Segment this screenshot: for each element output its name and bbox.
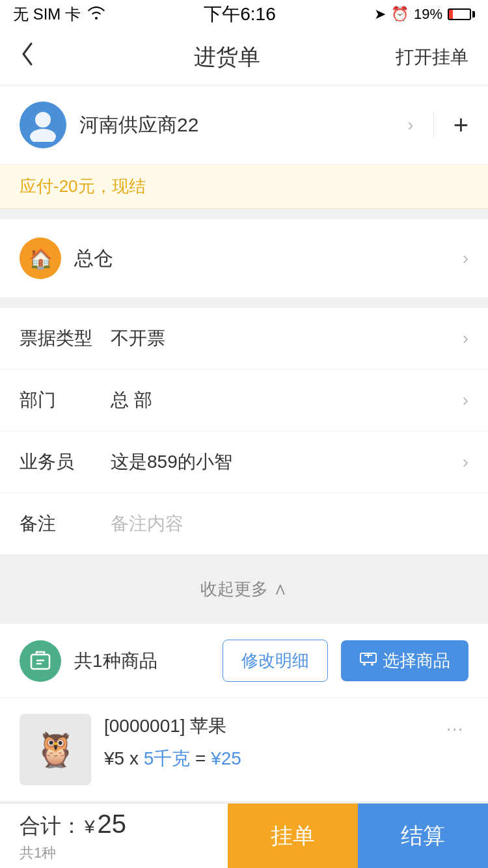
total-amount: 合计： ¥ 25: [20, 809, 208, 841]
products-icon: [20, 640, 61, 682]
equals-sign: =: [195, 748, 211, 768]
alarm-icon: ⏰: [391, 6, 409, 23]
remark-label: 备注: [20, 511, 98, 536]
warehouse-section[interactable]: 🏠 总仓 ›: [0, 219, 488, 297]
product-thumbnail: 🦉: [20, 714, 91, 785]
more-options-button[interactable]: ···: [441, 714, 468, 743]
multiply-sign: x: [129, 748, 144, 768]
status-right: ➤ ⏰ 19%: [374, 6, 475, 23]
battery-percent: 19%: [414, 6, 442, 23]
remark-row[interactable]: 备注 备注内容: [0, 493, 488, 554]
svg-point-0: [35, 112, 51, 128]
status-bar: 无 SIM 卡 下午6:16 ➤ ⏰ 19%: [0, 0, 488, 29]
status-time: 下午6:16: [204, 2, 276, 27]
salesperson-chevron-icon: ›: [463, 452, 468, 472]
wifi-icon: [87, 5, 105, 23]
svg-rect-2: [31, 655, 49, 669]
department-row[interactable]: 部门 总 部 ›: [0, 369, 488, 431]
footer: 合计： ¥ 25 共1种 挂单 结算: [0, 803, 488, 868]
svg-point-9: [371, 663, 373, 666]
page-title: 进货单: [194, 42, 260, 72]
svg-point-8: [363, 663, 366, 666]
owl-icon: 🦉: [34, 730, 77, 770]
supplier-avatar: [20, 102, 66, 148]
supplier-section: 河南供应商22 › + 应付-20元，现结: [0, 86, 488, 209]
products-header: 共1种商品 修改明细 选择商品: [0, 624, 488, 698]
salesperson-label: 业务员: [20, 450, 98, 474]
open-hang-button[interactable]: 打开挂单: [396, 45, 468, 70]
total-count: 共1种: [20, 843, 208, 863]
home-icon: 🏠: [29, 247, 53, 270]
hang-button[interactable]: 挂单: [228, 804, 358, 869]
nav-bar: 进货单 打开挂单: [0, 29, 488, 86]
warehouse-chevron-icon: ›: [463, 248, 468, 269]
product-info: [0000001] 苹果 ¥5 x 5千克 = ¥25: [104, 714, 427, 771]
cart-icon: [359, 651, 377, 671]
battery-icon: [448, 8, 475, 20]
product-title: 苹果: [190, 716, 226, 736]
salesperson-value: 这是859的小智: [98, 450, 463, 474]
supplier-chevron-icon: ›: [407, 115, 413, 135]
edit-detail-button[interactable]: 修改明细: [223, 640, 328, 682]
warehouse-name: 总仓: [74, 245, 463, 272]
carrier-text: 无 SIM 卡: [13, 4, 81, 25]
select-product-button[interactable]: 选择商品: [341, 640, 468, 681]
product-code: [0000001]: [104, 716, 185, 736]
main-content: 河南供应商22 › + 应付-20元，现结 🏠 总仓 › 票据类型 不开票 › …: [0, 86, 488, 868]
status-left: 无 SIM 卡: [13, 4, 105, 25]
settle-button[interactable]: 结算: [358, 804, 488, 869]
product-item: 🦉 [0000001] 苹果 ¥5 x 5千克 = ¥25 ···: [0, 698, 488, 801]
warehouse-row[interactable]: 🏠 总仓 ›: [0, 219, 488, 297]
remark-input[interactable]: 备注内容: [98, 511, 468, 536]
total-label: 合计：: [20, 812, 82, 841]
select-product-label: 选择商品: [383, 649, 450, 672]
department-value: 总 部: [98, 388, 463, 413]
quantity: 5千克: [144, 748, 191, 768]
ticket-type-label: 票据类型: [20, 326, 98, 351]
supplier-row[interactable]: 河南供应商22 › +: [0, 86, 488, 165]
svg-point-1: [30, 129, 56, 142]
total-number: 25: [98, 809, 127, 839]
product-price: ¥5 x 5千克 = ¥25: [104, 746, 427, 771]
warehouse-icon: 🏠: [20, 237, 61, 279]
products-count: 共1种商品: [74, 649, 210, 673]
department-chevron-icon: ›: [463, 390, 468, 411]
ticket-chevron-icon: ›: [463, 328, 468, 349]
location-icon: ➤: [374, 6, 386, 23]
total-currency: ¥: [85, 817, 95, 837]
collapse-button[interactable]: 收起更多 ∧: [0, 565, 488, 614]
products-section: 共1种商品 修改明细 选择商品 🦉: [0, 624, 488, 801]
total-info: 合计： ¥ 25 共1种: [0, 809, 228, 863]
ticket-type-value: 不开票: [98, 326, 463, 351]
unit-price: ¥5: [104, 748, 124, 768]
ticket-type-row[interactable]: 票据类型 不开票 ›: [0, 308, 488, 369]
back-button[interactable]: [20, 41, 59, 73]
salesperson-row[interactable]: 业务员 这是859的小智 ›: [0, 431, 488, 493]
line-total: ¥25: [211, 748, 241, 768]
supplier-divider: [433, 112, 434, 138]
notice-row: 应付-20元，现结: [0, 165, 488, 209]
supplier-name: 河南供应商22: [79, 112, 407, 139]
department-label: 部门: [20, 388, 98, 413]
form-section: 票据类型 不开票 › 部门 总 部 › 业务员 这是859的小智 › 备注 备注…: [0, 308, 488, 554]
add-button[interactable]: +: [454, 111, 468, 140]
product-name: [0000001] 苹果: [104, 714, 427, 739]
